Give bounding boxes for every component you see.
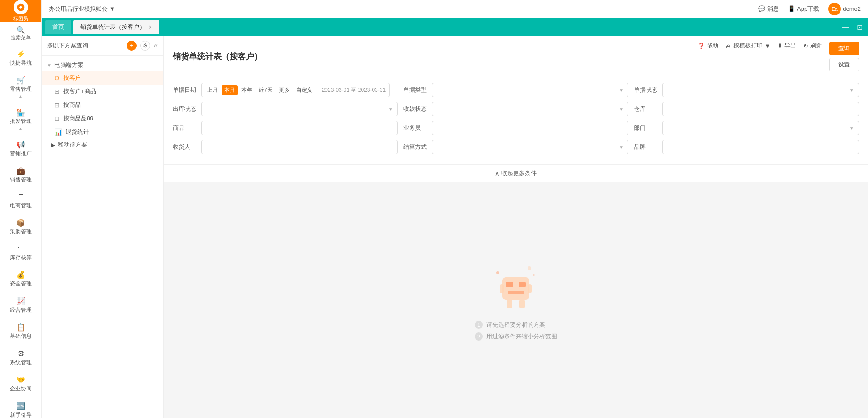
sidebar-item-ecommerce-label: 电商管理 (10, 202, 32, 209)
brand-field: 品牌 ··· (634, 140, 859, 154)
date-tab-more[interactable]: 更多 (276, 86, 292, 95)
sidebar-item-purchase[interactable]: 📦 采购管理 (0, 214, 41, 240)
filter-row-4: 收货人 ··· 结算方式 ▼ 品牌 (173, 140, 859, 154)
sidebar-item-wholesale[interactable]: 🏪 批发管理 ▲ (0, 104, 41, 136)
query-button[interactable]: 查询 (829, 42, 859, 55)
out-status-control[interactable]: ▼ (201, 102, 398, 116)
date-tab-last-month[interactable]: 上月 (204, 86, 221, 95)
sidebar-item-marketing[interactable]: 📢 营销推广 (0, 136, 41, 162)
tab-sales-report[interactable]: 销货单统计表（按客户） × (73, 20, 159, 34)
scheme-item-return[interactable]: 📊 退货统计 (42, 125, 163, 139)
doc-type-control[interactable]: ▼ (432, 83, 628, 97)
tab-maximize-btn[interactable]: ⊡ (855, 21, 864, 33)
industry-selector-label: 办公用品行业模拟账套 (49, 5, 108, 13)
sidebar: 标图员 🔍 搜索菜单 ⚡ 快捷导航 🛒 零售管理 ▲ 🏪 批发管理 ▲ 📢 营销… (0, 0, 42, 418)
tab-home[interactable]: 首页 (45, 20, 71, 34)
operations-icon: 📈 (16, 297, 25, 305)
receiver-dots-btn[interactable]: ··· (386, 143, 393, 151)
warehouse-control[interactable]: ··· (662, 102, 859, 116)
logo-text: 标图员 (13, 15, 28, 22)
setting-button[interactable]: 设置 (829, 58, 859, 71)
receiver-control[interactable]: ··· (201, 140, 398, 154)
purchase-icon: 📦 (16, 218, 25, 227)
product-label: 商品 (173, 124, 198, 132)
scheme-item-customer[interactable]: ⊙ 按客户 (42, 71, 163, 85)
brand-control[interactable]: ··· (662, 140, 859, 154)
date-tab-current-year[interactable]: 本年 (239, 86, 255, 95)
product-control[interactable]: ··· (201, 121, 398, 135)
scheme-item-product[interactable]: ⊟ 按商品 (42, 98, 163, 112)
sidebar-item-inventory-label: 库存核算 (10, 254, 32, 261)
message-btn[interactable]: 💬 消息 (758, 5, 779, 13)
salesperson-label: 业务员 (403, 124, 428, 132)
receiver-field: 收货人 ··· (173, 140, 398, 154)
collapse-more-btn[interactable]: ∧ 收起更多条件 (488, 167, 544, 179)
brand-dots-btn[interactable]: ··· (847, 143, 854, 151)
date-tab-current-month[interactable]: 本月 (222, 86, 238, 95)
scheme-item-product99[interactable]: ⊟ 按商品品99 (42, 112, 163, 125)
sidebar-item-basic-info[interactable]: 📋 基础信息 (0, 318, 41, 345)
department-control[interactable]: ▼ (662, 121, 859, 135)
product-dots-btn[interactable]: ··· (386, 124, 393, 132)
add-scheme-btn[interactable]: + (127, 41, 137, 51)
date-tab-custom[interactable]: 自定义 (293, 86, 315, 95)
filter-panel-collapse-btn[interactable]: « (154, 42, 158, 50)
scheme-customer-product-icon: ⊞ (54, 88, 60, 95)
scheme-settings-btn[interactable]: ⚙ (140, 41, 150, 51)
filter-panel-icons: + ⚙ « (127, 41, 158, 51)
export-btn[interactable]: ⬇ 导出 (778, 42, 796, 50)
retail-arrow-icon: ▲ (19, 94, 23, 99)
desktop-scheme-group[interactable]: ▼ 电脑端方案 (42, 59, 163, 71)
message-icon: 💬 (758, 5, 765, 12)
industry-selector[interactable]: 办公用品行业模拟账套 ▼ (49, 5, 115, 13)
scheme-item-customer-product[interactable]: ⊞ 按客户+商品 (42, 85, 163, 98)
help-label: 帮助 (707, 42, 718, 50)
sidebar-item-company[interactable]: 🤝 企业协同 (0, 371, 41, 397)
date-tab-last-7-days[interactable]: 近7天 (256, 86, 275, 95)
sidebar-item-retail-label: 零售管理 (10, 86, 32, 93)
salesperson-control[interactable]: ··· (432, 121, 628, 135)
export-label: 导出 (784, 42, 796, 50)
help-btn[interactable]: ❓ 帮助 (698, 42, 718, 50)
svg-point-10 (533, 274, 535, 276)
svg-rect-8 (519, 300, 525, 308)
sidebar-item-finance[interactable]: 💰 资金管理 (0, 266, 41, 292)
date-control[interactable]: 上月 本月 本年 近7天 更多 自定义 2023-03-01 至 2023-03… (201, 83, 390, 97)
user-profile[interactable]: Ea demo2 (828, 3, 861, 15)
sidebar-item-retail[interactable]: 🛒 零售管理 ▲ (0, 71, 41, 104)
svg-rect-4 (508, 291, 524, 294)
mobile-scheme-group[interactable]: ▶ 移动端方案 (42, 139, 163, 151)
collapse-more-label: 收起更多条件 (501, 169, 537, 177)
mobile-scheme-arrow: ▶ (51, 142, 55, 148)
print-btn[interactable]: 🖨 按模板打印 ▼ (726, 42, 770, 50)
collect-status-control[interactable]: ▼ (432, 102, 628, 116)
empty-state: 1 请先选择要分析的方案 2 用过滤条件来缩小分析范围 (164, 182, 868, 418)
salesperson-dots-btn[interactable]: ··· (616, 124, 623, 132)
sidebar-item-onboarding[interactable]: 🆕 新手引导 (0, 397, 41, 418)
tab-close-btn[interactable]: × (149, 24, 152, 30)
refresh-btn[interactable]: ↻ 刷新 (803, 42, 822, 50)
filter-row-3: 商品 ··· 业务员 ··· 部门 (173, 121, 859, 135)
sidebar-item-operations[interactable]: 📈 经营管理 (0, 292, 41, 318)
onboarding-icon: 🆕 (16, 402, 25, 410)
scheme-customer-icon: ⊙ (54, 74, 60, 81)
sidebar-item-quick-nav[interactable]: ⚡ 快捷导航 (0, 45, 41, 71)
sidebar-item-basic-info-label: 基础信息 (10, 332, 32, 340)
header-left: 办公用品行业模拟账套 ▼ (49, 5, 115, 13)
title-actions: ❓ 帮助 🖨 按模板打印 ▼ ⬇ 导出 (698, 42, 822, 50)
sidebar-item-sales[interactable]: 💼 销售管理 (0, 162, 41, 188)
app-download-btn[interactable]: 📱 App下载 (788, 5, 819, 13)
warehouse-dots-btn[interactable]: ··· (847, 105, 854, 113)
company-icon: 🤝 (16, 375, 25, 384)
out-status-label: 出库状态 (173, 105, 198, 113)
sales-icon: 💼 (16, 166, 25, 175)
search-menu[interactable]: 🔍 搜索菜单 (0, 22, 41, 45)
tab-minimize-btn[interactable]: — (840, 21, 851, 33)
sidebar-item-ecommerce[interactable]: 🖥 电商管理 (0, 188, 41, 214)
doc-status-field: 单据状态 ▼ (634, 83, 859, 97)
sidebar-item-inventory[interactable]: 🗃 库存核算 (0, 240, 41, 266)
doc-status-control[interactable]: ▼ (662, 83, 859, 97)
sidebar-item-system[interactable]: ⚙ 系统管理 (0, 345, 41, 371)
department-field: 部门 ▼ (634, 121, 859, 135)
settlement-control[interactable]: ▼ (432, 140, 628, 154)
